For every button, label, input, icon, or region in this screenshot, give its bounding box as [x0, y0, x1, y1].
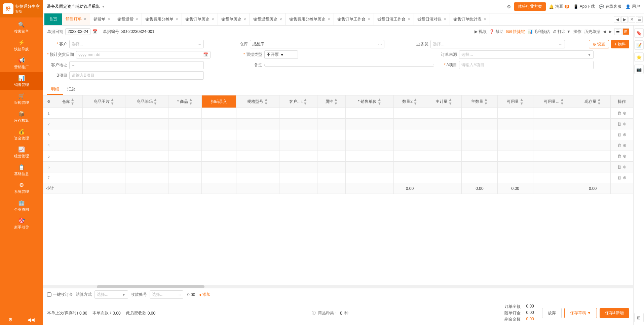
- row-copy-icon[interactable]: ⊕: [623, 111, 627, 116]
- row-delete-icon[interactable]: 🗑: [617, 164, 621, 169]
- tab-return-history-close[interactable]: ✕: [279, 17, 282, 21]
- tab-return-history[interactable]: 销货退货历史 ✕: [250, 13, 286, 26]
- tab-expense-split[interactable]: 销售费用分摊单 ✕: [142, 13, 182, 26]
- sidebar-item-inventory[interactable]: 📦 库存核算: [0, 108, 43, 126]
- grid-view-icon[interactable]: ⊞: [622, 28, 629, 35]
- tab-daily-reconcile-close[interactable]: ✕: [444, 17, 446, 21]
- salesman-input[interactable]: 选择... ···: [430, 40, 565, 48]
- one-click-checkbox-input[interactable]: [47, 292, 51, 297]
- tab-order-history-close[interactable]: ✕: [212, 17, 214, 21]
- tab-order-workbench[interactable]: 销售订单工作台 ✕: [334, 13, 374, 26]
- list-view-icon[interactable]: ☰: [614, 28, 621, 35]
- system-selector[interactable]: 装备及固定资产辅助管理系统 ▼: [47, 4, 504, 9]
- tab-home[interactable]: 首页: [44, 13, 62, 26]
- discard-button[interactable]: 放弃: [542, 308, 562, 318]
- operation-btn[interactable]: 操作: [573, 29, 581, 35]
- customer-input[interactable]: 选择... ···: [69, 40, 204, 48]
- row-delete-icon[interactable]: 🗑: [617, 132, 621, 137]
- settings-button[interactable]: ⚙ 设置: [589, 40, 609, 48]
- tab-invoice-history-close[interactable]: ✕: [243, 17, 246, 21]
- sidebar-settings-icon[interactable]: ⚙: [8, 317, 13, 322]
- delivery-input[interactable]: yyyy-mm-dd 📅: [76, 51, 211, 58]
- trial-button[interactable]: 体验行业方案: [514, 2, 546, 11]
- user-item[interactable]: 👤 用户: [626, 4, 640, 9]
- save-new-button[interactable]: 保存&新增: [600, 308, 629, 318]
- shortcut-btn[interactable]: ⌨ 快捷键: [506, 29, 525, 35]
- profit-btn[interactable]: 📊 毛利预估: [528, 29, 550, 35]
- app-download-item[interactable]: 📱 App下载: [573, 4, 595, 9]
- date-value[interactable]: 2023-03-24: [65, 28, 90, 35]
- tab-sales-return[interactable]: 销货退货 ✕: [114, 13, 142, 26]
- sidebar-item-marketing[interactable]: 📢 营销推广: [0, 54, 43, 72]
- delivery-calendar-icon[interactable]: 📅: [203, 52, 208, 57]
- nav-prev-icon[interactable]: ◀: [603, 29, 606, 34]
- row-delete-icon[interactable]: 🗑: [617, 143, 621, 148]
- row-copy-icon[interactable]: ⊕: [623, 164, 627, 169]
- tab-stats[interactable]: 销售订单统计表 ✕: [450, 13, 490, 26]
- sidebar-item-base[interactable]: 📋 基础信息: [0, 161, 43, 179]
- save-draft-button[interactable]: 保存草稿 ▼: [564, 308, 597, 318]
- tab-close-all[interactable]: ✕: [629, 16, 635, 23]
- order-source-input[interactable]: 选择... ▼: [459, 50, 594, 59]
- address-input[interactable]: ···: [69, 61, 204, 69]
- row-delete-icon[interactable]: 🗑: [617, 121, 621, 126]
- row-delete-icon[interactable]: 🗑: [617, 154, 621, 159]
- right-panel-star-icon[interactable]: ⭐: [634, 52, 644, 62]
- tab-order-workbench-close[interactable]: ✕: [368, 17, 370, 21]
- tab-sales-order-close[interactable]: ✕: [84, 17, 86, 21]
- nav-next-icon[interactable]: ▶: [609, 29, 612, 34]
- notice-item[interactable]: 🔔 淘豆 9: [549, 4, 569, 9]
- warehouse-input[interactable]: 成品库 ···: [250, 40, 384, 48]
- one-click-checkbox[interactable]: 一键收订金: [47, 292, 73, 297]
- row-copy-icon[interactable]: ⊕: [623, 154, 627, 159]
- topbar-settings-icon[interactable]: ⚙: [507, 4, 511, 9]
- tab-prev-arrow[interactable]: ◀: [614, 16, 620, 23]
- sidebar-item-purchase[interactable]: 🛒 采购管理: [0, 90, 43, 108]
- row-copy-icon[interactable]: ⊕: [623, 121, 627, 126]
- row-copy-icon[interactable]: ⊕: [623, 175, 627, 180]
- a-project-input[interactable]: 请输入A项目: [459, 61, 594, 69]
- sidebar-item-finance[interactable]: 💰 资金管理: [0, 126, 43, 144]
- sidebar-item-management[interactable]: 📈 经营管理: [0, 144, 43, 161]
- account-select[interactable]: 选择... ···: [150, 290, 183, 299]
- col-settings[interactable]: ⚙: [43, 95, 54, 108]
- help-btn[interactable]: ❓ 帮助: [489, 29, 503, 35]
- sidebar-item-sales[interactable]: 📊 销售管理: [0, 72, 43, 90]
- tab-daily-workbench[interactable]: 钱货日清工作台 ✕: [374, 13, 414, 26]
- online-service-item[interactable]: 💬 在线客服: [599, 4, 621, 9]
- tab-daily-workbench-close[interactable]: ✕: [408, 17, 410, 21]
- invoice-select[interactable]: 不开票 ▼: [264, 50, 298, 59]
- col-scan[interactable]: 扫码录入: [202, 95, 236, 108]
- warehouse-expand-icon[interactable]: ···: [378, 42, 382, 47]
- tab-expense-history-close[interactable]: ✕: [328, 17, 330, 21]
- scrollbar-thumb[interactable]: [97, 285, 204, 288]
- view-btn[interactable]: ▶ 视频: [475, 29, 487, 35]
- right-panel-camera-icon[interactable]: 📷: [634, 65, 644, 74]
- tab-expense-history[interactable]: 销售费用分摊单历史 ✕: [286, 13, 334, 26]
- print-btn[interactable]: 🖨 打印 ▼: [553, 29, 571, 35]
- tab-sales-invoice-close[interactable]: ✕: [108, 17, 110, 21]
- account-expand-icon[interactable]: ···: [178, 292, 181, 297]
- tab-sales-order[interactable]: 销售订单 ✕: [62, 13, 90, 26]
- right-panel-expand-icon[interactable]: ⊞: [634, 313, 644, 322]
- tab-menu[interactable]: ☰: [636, 16, 643, 23]
- history-btn[interactable]: 历史单据: [584, 29, 600, 35]
- tab-sales-invoice[interactable]: 销货单 ✕: [90, 13, 114, 26]
- tab-invoice-history[interactable]: 销货单历史 ✕: [218, 13, 250, 26]
- sidebar-item-enterprise[interactable]: 🏢 企业协同: [0, 197, 43, 215]
- table-tab-summary[interactable]: 汇总: [63, 84, 79, 95]
- address-expand-icon[interactable]: ···: [72, 63, 76, 68]
- remark-input[interactable]: [264, 64, 434, 67]
- tab-next-arrow[interactable]: ▶: [621, 16, 628, 23]
- customer-expand-icon[interactable]: ···: [197, 42, 201, 47]
- tab-stats-close[interactable]: ✕: [484, 17, 486, 21]
- salesman-expand-icon[interactable]: ···: [559, 42, 563, 47]
- table-tab-detail[interactable]: 明细: [47, 84, 63, 95]
- tab-daily-reconcile[interactable]: 钱货日清对账 ✕: [414, 13, 450, 26]
- sidebar-collapse-icon[interactable]: ◀◀: [27, 317, 35, 322]
- row-copy-icon[interactable]: ⊕: [623, 143, 627, 148]
- horizontal-scrollbar[interactable]: [43, 285, 633, 288]
- row-delete-icon[interactable]: 🗑: [617, 111, 621, 116]
- sidebar-item-guide[interactable]: 🎯 新手引导: [0, 215, 43, 233]
- sidebar-item-system[interactable]: ⚙ 系统管理: [0, 179, 43, 197]
